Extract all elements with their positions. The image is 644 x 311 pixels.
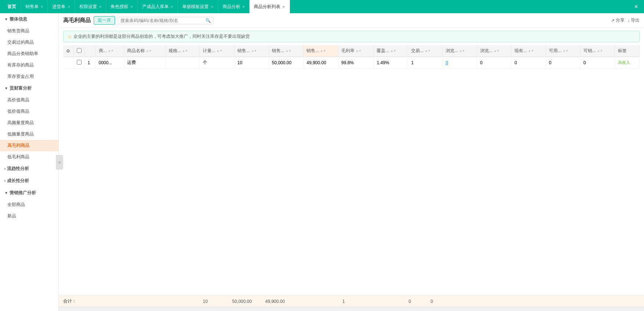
nav-tab-sales[interactable]: 销售单 × bbox=[21, 0, 48, 13]
sort-arrows-view2: ▲▼ bbox=[494, 50, 500, 53]
col-unit[interactable]: 计量... ▲▼ bbox=[200, 45, 234, 57]
row-view2: 0 bbox=[477, 57, 511, 69]
col-sales-qty[interactable]: 销售... ▲▼ bbox=[234, 45, 269, 57]
nav-tab-analysis-list-close[interactable]: × bbox=[283, 4, 285, 9]
col-transactions[interactable]: 交易... ▲▼ bbox=[408, 45, 443, 57]
content-area: 高毛利商品 近一月 🔍 ↗ 分享 ↓ 导出 ◇ 企业的主要的利润都是这部分商品创… bbox=[59, 13, 644, 311]
row-tag: 高收入 bbox=[615, 57, 639, 69]
col-checkbox[interactable] bbox=[73, 45, 84, 57]
col-name[interactable]: 商品名称 ▲▼ bbox=[124, 45, 166, 57]
row-code[interactable]: 0000... bbox=[96, 57, 124, 69]
nav-tab-analysis-list[interactable]: 商品分析列表 × bbox=[249, 0, 289, 13]
bottom-scrollbar[interactable] bbox=[59, 307, 644, 311]
window-close-button[interactable]: × bbox=[631, 3, 641, 11]
nav-tab-templates-label: 单据模板设置 bbox=[182, 4, 209, 10]
col-spec[interactable]: 规格... ▲▼ bbox=[165, 45, 200, 57]
col-coverage[interactable]: 覆盖... ▲▼ bbox=[374, 45, 408, 57]
nav-tab-templates[interactable]: 单据模板设置 × bbox=[178, 0, 218, 13]
nav-tab-products-label: 产成品入库单 bbox=[142, 4, 169, 10]
sort-arrows-unit: ▲▼ bbox=[216, 50, 222, 53]
row-available: 0 bbox=[546, 57, 580, 69]
nav-tab-analysis-list-label: 商品分析列表 bbox=[254, 4, 280, 10]
nav-tab-products[interactable]: 产成品入库单 × bbox=[138, 0, 178, 13]
footer-sales-amount: 50,000.00 bbox=[232, 299, 265, 304]
col-available[interactable]: 可用... ▲▼ bbox=[546, 45, 580, 57]
sidebar-collapse-button[interactable]: « bbox=[56, 155, 63, 170]
table-header-row: ⚙ 商... ▲▼ bbox=[63, 45, 640, 57]
col-current[interactable]: 现有... ▲▼ bbox=[511, 45, 546, 57]
search-input[interactable] bbox=[120, 18, 204, 23]
footer-transactions: 1 bbox=[342, 299, 364, 304]
col-sales-amount[interactable]: 销售... ▲▼ bbox=[269, 45, 303, 57]
col-sellable[interactable]: 可销... ▲▼ bbox=[580, 45, 615, 57]
data-table: ⚙ 商... ▲▼ bbox=[63, 45, 640, 69]
sidebar-wrapper: ▼ 整体信息 销售货商品 交易过的商品 商品分类销助率 有库存的商品 库存资金占… bbox=[0, 13, 59, 311]
sidebar-section-trend[interactable]: › 流趋性分析 bbox=[0, 163, 58, 175]
sidebar-section-wealth[interactable]: ▼ 贡财富分析 bbox=[0, 82, 58, 94]
col-settings[interactable]: ⚙ bbox=[63, 45, 73, 57]
col-view2[interactable]: 浏览... ▲▼ bbox=[477, 45, 511, 57]
sidebar-item-stock-ratio[interactable]: 库存资金占用 bbox=[0, 71, 58, 82]
select-all-checkbox[interactable] bbox=[77, 48, 82, 53]
nav-tab-roles[interactable]: 角色授权 × bbox=[106, 0, 137, 13]
nav-tab-templates-close[interactable]: × bbox=[211, 4, 213, 9]
nav-tab-sales-close[interactable]: × bbox=[41, 4, 43, 9]
table-container[interactable]: ⚙ 商... ▲▼ bbox=[63, 45, 640, 296]
sidebar-section-growth[interactable]: › 成长性分析 bbox=[0, 175, 58, 187]
nav-tab-permissions[interactable]: 权限设置 × bbox=[75, 0, 106, 13]
sidebar-item-low-price[interactable]: 低价值商品 bbox=[0, 106, 58, 117]
nav-tab-roles-close[interactable]: × bbox=[130, 4, 133, 9]
sidebar-item-high-price[interactable]: 高价值商品 bbox=[0, 94, 58, 106]
col-tag[interactable]: 标签 bbox=[615, 45, 639, 57]
nav-tab-roles-label: 角色授权 bbox=[111, 4, 128, 10]
sort-arrows-sales-profit: ▲▼ bbox=[320, 50, 326, 53]
col-code[interactable]: 商... ▲▼ bbox=[96, 45, 124, 57]
row-spec bbox=[165, 57, 200, 69]
share-icon: ↗ bbox=[611, 18, 615, 23]
sidebar-section-marketing[interactable]: ▼ 营销推广分析 bbox=[0, 187, 58, 199]
row-checkbox[interactable] bbox=[73, 57, 84, 69]
row-view1[interactable]: 0 bbox=[442, 57, 477, 69]
nav-tab-analysis-close[interactable]: × bbox=[242, 4, 245, 9]
top-nav: 首页 销售单 × 进货单 × 权限设置 × 角色授权 × 产成品入库单 × 单据… bbox=[0, 0, 644, 13]
sidebar-item-new-goods[interactable]: 新品 bbox=[0, 210, 58, 222]
sidebar-section-marketing-label: 营销推广分析 bbox=[10, 190, 36, 196]
col-margin-rate[interactable]: 毛利率 ▲▼ bbox=[338, 45, 373, 57]
sidebar-item-high-freq[interactable]: 高频量度商品 bbox=[0, 117, 58, 129]
sidebar-section-overall[interactable]: ▼ 整体信息 bbox=[0, 13, 58, 25]
nav-tab-home[interactable]: 首页 bbox=[3, 0, 21, 13]
sidebar-item-traded-goods[interactable]: 交易过的商品 bbox=[0, 37, 58, 48]
footer-total-label: 合计： bbox=[63, 298, 85, 304]
table-row: 1 0000... 运费 个 10 50,000.00 49,900.00 99… bbox=[63, 57, 640, 69]
sidebar-item-sales-goods[interactable]: 销售货商品 bbox=[0, 25, 58, 37]
settings-icon[interactable]: ⚙ bbox=[66, 48, 70, 54]
collapse-icon: « bbox=[58, 160, 61, 165]
filter-recent-month-button[interactable]: 近一月 bbox=[94, 16, 115, 25]
row-index: 1 bbox=[84, 57, 96, 69]
sidebar-item-low-margin[interactable]: 低毛利商品 bbox=[0, 151, 58, 163]
sort-arrows-sales-amount: ▲▼ bbox=[285, 50, 291, 53]
sort-arrows-coverage: ▲▼ bbox=[390, 50, 396, 53]
header-actions: ↗ 分享 ↓ 导出 bbox=[611, 17, 640, 23]
info-banner-text: 企业的主要的利润都是这部分商品创造的，可考虑加大推广，同时关注库存是不要出现缺货 bbox=[73, 33, 250, 40]
col-sales-profit[interactable]: 销售... ▲▼ bbox=[303, 45, 338, 57]
footer-current: 0 bbox=[409, 299, 431, 304]
nav-tab-permissions-close[interactable]: × bbox=[99, 4, 101, 9]
sidebar-item-low-freq[interactable]: 低频量度商品 bbox=[0, 129, 58, 140]
sidebar-item-goods-score[interactable]: 商品分类销助率 bbox=[0, 48, 58, 59]
sort-arrows-code: ▲▼ bbox=[108, 50, 114, 53]
export-label: 导出 bbox=[631, 17, 640, 23]
sidebar-item-all-goods[interactable]: 全部商品 bbox=[0, 199, 58, 210]
sidebar-item-high-margin[interactable]: 高毛利商品 bbox=[0, 140, 58, 151]
sidebar-item-stocked-goods[interactable]: 有库存的商品 bbox=[0, 59, 58, 71]
nav-tab-products-close[interactable]: × bbox=[171, 4, 173, 9]
search-icon[interactable]: 🔍 bbox=[205, 18, 211, 23]
sort-arrows-sellable: ▲▼ bbox=[597, 50, 603, 53]
share-button[interactable]: ↗ 分享 bbox=[611, 17, 625, 23]
export-button[interactable]: ↓ 导出 bbox=[627, 17, 640, 23]
nav-tab-purchase-close[interactable]: × bbox=[68, 4, 70, 9]
nav-tab-purchase[interactable]: 进货单 × bbox=[48, 0, 75, 13]
row-select-checkbox[interactable] bbox=[77, 60, 82, 65]
col-view1[interactable]: 浏览... ▲▼ bbox=[442, 45, 477, 57]
nav-tab-analysis[interactable]: 商品分析 × bbox=[218, 0, 249, 13]
